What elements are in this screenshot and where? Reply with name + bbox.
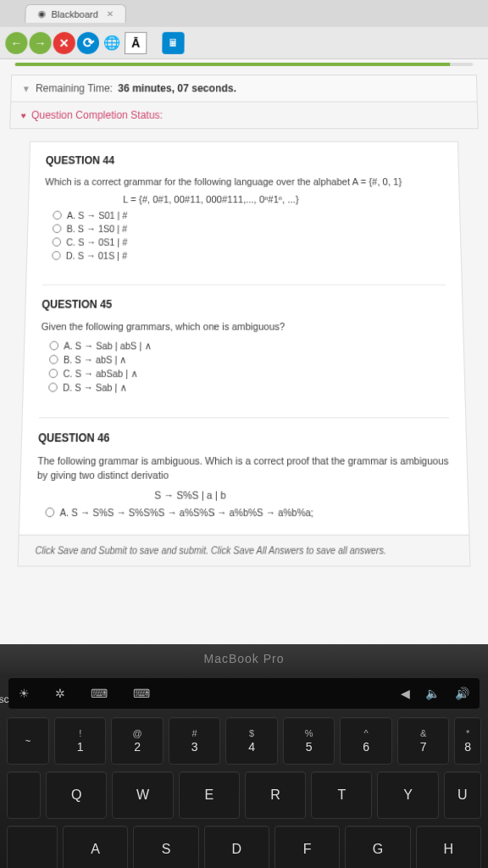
question-title: QUESTION 46 bbox=[38, 431, 450, 445]
tab-blackboard[interactable]: ◉ Blackboard ✕ bbox=[25, 4, 126, 23]
asdf-row: A S D F G H bbox=[0, 822, 488, 868]
laptop-brand: MacBook Pro bbox=[0, 644, 488, 673]
key-r[interactable]: R bbox=[245, 771, 306, 819]
option-a[interactable]: A. S → Sab | abS | ∧ bbox=[49, 340, 447, 351]
option-d[interactable]: D. S → Sab | ∧ bbox=[48, 381, 448, 392]
key-4[interactable]: $4 bbox=[225, 717, 277, 765]
key-6[interactable]: ^6 bbox=[340, 717, 391, 765]
heart-icon: ♥ bbox=[21, 110, 26, 120]
footer-instructions: Click Save and Submit to save and submit… bbox=[18, 535, 471, 566]
key-q[interactable]: Q bbox=[46, 771, 107, 819]
close-icon[interactable]: ✕ bbox=[107, 9, 114, 19]
option-d[interactable]: D. S → 01S | # bbox=[52, 250, 445, 261]
key-s[interactable]: S bbox=[133, 826, 198, 868]
number-row: ~ !1 @2 #3 $4 %5 ^6 &7 *8 bbox=[0, 714, 488, 768]
question-prompt: Which is a correct grammar for the follo… bbox=[45, 175, 443, 189]
radio-icon[interactable] bbox=[52, 252, 61, 261]
tab-title: Blackboard bbox=[51, 8, 97, 19]
radio-icon[interactable] bbox=[53, 238, 62, 248]
question-prompt: Given the following grammars, which one … bbox=[41, 320, 446, 335]
esc-key-label: esc bbox=[0, 693, 9, 706]
calculator-icon[interactable]: 🖩 bbox=[162, 31, 184, 53]
key-h[interactable]: H bbox=[416, 826, 481, 868]
stop-button[interactable]: ✕ bbox=[53, 31, 75, 53]
volume-up-icon[interactable]: 🔊 bbox=[455, 687, 469, 700]
screen-area: ◉ Blackboard ✕ ← → ✕ ⟳ 🌐 Ā 🖩 ▼ Remaining… bbox=[0, 0, 488, 699]
radio-icon[interactable] bbox=[53, 225, 62, 234]
key-7[interactable]: &7 bbox=[397, 717, 449, 765]
radio-icon[interactable] bbox=[45, 507, 54, 516]
grammar-rule: S → S%S | a | b bbox=[154, 489, 452, 501]
radio-icon[interactable] bbox=[49, 341, 58, 350]
keyboard-light-icon[interactable]: ⌨ bbox=[91, 687, 108, 700]
question-content: QUESTION 44 Which is a correct grammar f… bbox=[19, 142, 470, 536]
tilde-key[interactable]: ~ bbox=[7, 717, 49, 765]
key-y[interactable]: Y bbox=[377, 771, 438, 819]
question-45: QUESTION 45 Given the following grammars… bbox=[40, 285, 449, 392]
option-c[interactable]: C. S → abSab | ∧ bbox=[49, 368, 448, 379]
home-button[interactable]: 🌐 bbox=[101, 31, 124, 53]
option-c[interactable]: C. S → 0S1 | # bbox=[53, 237, 445, 248]
key-w[interactable]: W bbox=[112, 771, 173, 819]
timer-label: Remaining Time: bbox=[36, 82, 113, 94]
option-a[interactable]: A. S → S%S → S%S%S → a%S%S → a%b%S → a%b… bbox=[45, 506, 452, 518]
language-definition: L = {#, 0#1, 00#11, 000#111,..., 0ⁿ#1ⁿ, … bbox=[123, 194, 443, 205]
key-2[interactable]: @2 bbox=[111, 717, 163, 765]
timer-value: 36 minutes, 07 seconds. bbox=[118, 82, 236, 94]
globe-icon: ◉ bbox=[37, 8, 46, 19]
font-button[interactable]: Ā bbox=[125, 31, 147, 53]
key-e[interactable]: E bbox=[179, 771, 240, 819]
volume-down-icon[interactable]: 🔈 bbox=[425, 687, 440, 700]
radio-icon[interactable] bbox=[49, 369, 58, 378]
key-d[interactable]: D bbox=[204, 826, 269, 868]
caps-key[interactable] bbox=[7, 826, 58, 868]
tab-key[interactable] bbox=[7, 771, 41, 819]
radio-icon[interactable] bbox=[49, 354, 58, 364]
mute-icon[interactable]: ◀ bbox=[401, 687, 410, 700]
timer-bar: ▼ Remaining Time: 36 minutes, 07 seconds… bbox=[10, 75, 478, 102]
browser-tab-bar: ◉ Blackboard ✕ bbox=[0, 0, 488, 27]
brightness-down-icon[interactable]: ☀ bbox=[19, 687, 30, 700]
brightness-up-icon[interactable]: ✲ bbox=[55, 687, 65, 700]
question-title: QUESTION 45 bbox=[42, 298, 446, 311]
question-46: QUESTION 46 The following grammar is amb… bbox=[36, 417, 452, 518]
key-g[interactable]: G bbox=[345, 826, 410, 868]
key-a[interactable]: A bbox=[63, 826, 128, 868]
back-button[interactable]: ← bbox=[5, 31, 28, 53]
laptop-body: MacBook Pro ☀ ✲ ⌨ ⌨ ◀ 🔈 🔊 ~ !1 @2 #3 $4 … bbox=[0, 644, 488, 868]
option-a[interactable]: A. S → S01 | # bbox=[53, 210, 444, 221]
radio-icon[interactable] bbox=[48, 382, 58, 392]
option-b[interactable]: B. S → 1S0 | # bbox=[53, 224, 445, 235]
question-44: QUESTION 44 Which is a correct grammar f… bbox=[43, 154, 446, 261]
caret-down-icon[interactable]: ▼ bbox=[22, 84, 30, 93]
question-completion-status[interactable]: ♥ Question Completion Status: bbox=[9, 103, 479, 130]
question-title: QUESTION 44 bbox=[46, 154, 443, 166]
option-b[interactable]: B. S → abS | ∧ bbox=[49, 353, 448, 364]
qwerty-row: Q W E R T Y U bbox=[0, 768, 488, 822]
key-u[interactable]: U bbox=[444, 771, 481, 819]
reload-button[interactable]: ⟳ bbox=[77, 31, 100, 53]
key-8[interactable]: *8 bbox=[454, 717, 481, 765]
progress-bar bbox=[15, 63, 474, 66]
key-t[interactable]: T bbox=[311, 771, 372, 819]
qcs-label: Question Completion Status: bbox=[31, 109, 163, 121]
keyboard-light-icon[interactable]: ⌨ bbox=[133, 687, 150, 700]
browser-toolbar: ← → ✕ ⟳ 🌐 Ā 🖩 bbox=[0, 27, 488, 59]
key-f[interactable]: F bbox=[274, 826, 340, 868]
question-prompt: The following grammar is ambiguous. Whic… bbox=[37, 453, 452, 483]
touchbar: ☀ ✲ ⌨ ⌨ ◀ 🔈 🔊 bbox=[8, 678, 480, 709]
key-3[interactable]: #3 bbox=[169, 717, 220, 765]
key-5[interactable]: %5 bbox=[283, 717, 335, 765]
key-1[interactable]: !1 bbox=[54, 717, 106, 765]
radio-icon[interactable] bbox=[53, 211, 62, 220]
forward-button[interactable]: → bbox=[29, 31, 52, 53]
